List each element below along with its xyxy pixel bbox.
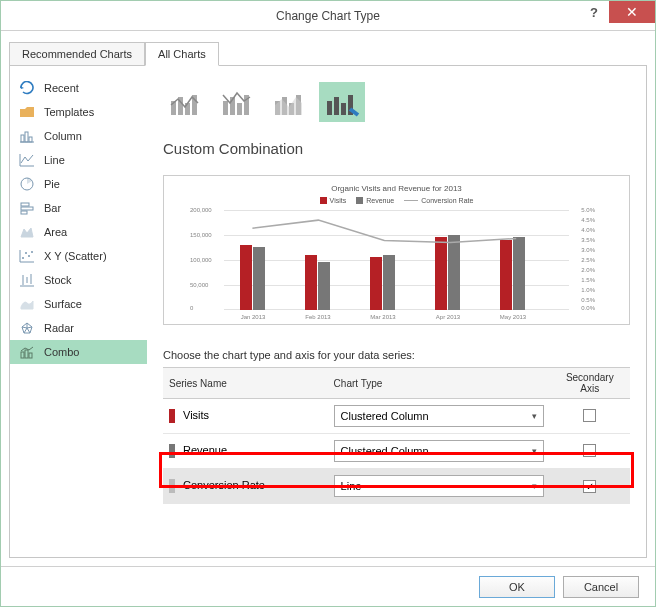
tab-all[interactable]: All Charts (145, 42, 219, 66)
col-secondary-axis: Secondary Axis (550, 368, 630, 399)
series-swatch (169, 479, 175, 493)
radar-icon (18, 321, 36, 335)
svg-rect-8 (21, 207, 33, 210)
secondary-axis-checkbox[interactable] (583, 444, 596, 457)
chart-type-dropdown[interactable]: Clustered Column▾ (334, 440, 544, 462)
sidebar-item-radar[interactable]: Radar (10, 316, 147, 340)
dialog-content: Recommended Charts All Charts Recent Tem… (1, 31, 655, 566)
sidebar-item-label: Recent (44, 82, 79, 94)
svg-rect-44 (334, 97, 339, 115)
sidebar-item-label: Templates (44, 106, 94, 118)
sidebar-item-label: Area (44, 226, 67, 238)
sidebar-item-combo[interactable]: Combo (10, 340, 147, 364)
svg-rect-7 (21, 203, 29, 206)
combo-thumb-1[interactable] (163, 82, 209, 122)
sidebar-item-line[interactable]: Line (10, 148, 147, 172)
sidebar-item-pie[interactable]: Pie (10, 172, 147, 196)
combo-subtype-thumbs (163, 82, 630, 122)
svg-rect-45 (341, 103, 346, 115)
sidebar-item-label: Pie (44, 178, 60, 190)
series-instruction: Choose the chart type and axis for your … (163, 349, 630, 361)
series-name: Conversion Rate (183, 479, 265, 491)
chevron-down-icon: ▾ (532, 446, 537, 456)
titlebar: Change Chart Type ? ✕ (1, 1, 655, 31)
col-series-name: Series Name (163, 368, 328, 399)
close-button[interactable]: ✕ (609, 1, 655, 23)
chart-type-dropdown[interactable]: Clustered Column▾ (334, 405, 544, 427)
svg-point-12 (25, 252, 27, 254)
svg-point-11 (22, 257, 24, 259)
svg-rect-34 (223, 101, 228, 115)
sidebar-item-stock[interactable]: Stock (10, 268, 147, 292)
sidebar-item-recent[interactable]: Recent (10, 76, 147, 100)
subtype-title: Custom Combination (163, 140, 630, 157)
svg-rect-27 (21, 352, 24, 358)
svg-line-25 (24, 328, 27, 333)
sidebar-item-templates[interactable]: Templates (10, 100, 147, 124)
combo-icon (18, 345, 36, 359)
combo-thumb-custom[interactable] (319, 82, 365, 122)
svg-rect-9 (21, 211, 27, 214)
svg-rect-28 (25, 350, 28, 358)
chart-preview: Organic Visits and Revenue for 2013 Visi… (163, 175, 630, 325)
templates-icon (18, 105, 36, 119)
secondary-axis-checkbox[interactable]: ✓ (583, 480, 596, 493)
series-row-revenue: Revenue Clustered Column▾ (163, 434, 630, 469)
series-swatch (169, 444, 175, 458)
svg-rect-1 (25, 132, 28, 142)
sidebar-item-label: Surface (44, 298, 82, 310)
series-name: Visits (183, 409, 209, 421)
help-button[interactable]: ? (579, 1, 609, 23)
recent-icon (18, 81, 36, 95)
svg-rect-43 (327, 101, 332, 115)
sidebar: Recent Templates Column Line Pie Bar Are… (10, 66, 147, 557)
svg-line-24 (27, 328, 30, 333)
chart-body: 200,000 150,000 100,000 50,000 0 5.0% 4.… (196, 210, 597, 310)
panel: Recent Templates Column Line Pie Bar Are… (9, 65, 647, 558)
chart-title: Organic Visits and Revenue for 2013 (176, 184, 617, 193)
sidebar-item-label: X Y (Scatter) (44, 250, 107, 262)
chart-type-dropdown[interactable]: Line▾ (334, 475, 544, 497)
combo-thumb-2[interactable] (215, 82, 261, 122)
svg-rect-0 (21, 135, 24, 142)
sidebar-item-column[interactable]: Column (10, 124, 147, 148)
col-chart-type: Chart Type (328, 368, 550, 399)
series-row-conversion: Conversion Rate Line▾ ✓ (163, 469, 630, 504)
surface-icon (18, 297, 36, 311)
cancel-button[interactable]: Cancel (563, 576, 639, 598)
ok-button[interactable]: OK (479, 576, 555, 598)
chart-legend: Visits Revenue Conversion Rate (176, 197, 617, 204)
area-icon (18, 225, 36, 239)
footer: OK Cancel (1, 566, 655, 606)
sidebar-item-label: Column (44, 130, 82, 142)
main-area: Custom Combination Organic Visits and Re… (147, 66, 646, 557)
sidebar-item-area[interactable]: Area (10, 220, 147, 244)
sidebar-item-label: Bar (44, 202, 61, 214)
svg-rect-36 (237, 103, 242, 115)
sidebar-item-scatter[interactable]: X Y (Scatter) (10, 244, 147, 268)
tab-recommended[interactable]: Recommended Charts (9, 42, 145, 66)
chevron-down-icon: ▾ (532, 411, 537, 421)
combo-thumb-3[interactable] (267, 82, 313, 122)
series-swatch (169, 409, 175, 423)
series-name: Revenue (183, 444, 227, 456)
window-buttons: ? ✕ (579, 1, 655, 23)
svg-marker-10 (21, 228, 33, 237)
sidebar-item-label: Line (44, 154, 65, 166)
svg-rect-29 (29, 353, 32, 358)
scatter-icon (18, 249, 36, 263)
svg-marker-42 (275, 97, 302, 115)
svg-rect-2 (29, 137, 32, 142)
sidebar-item-label: Stock (44, 274, 72, 286)
series-table: Series Name Chart Type Secondary Axis Vi… (163, 367, 630, 504)
sidebar-item-bar[interactable]: Bar (10, 196, 147, 220)
column-icon (18, 129, 36, 143)
secondary-axis-checkbox[interactable] (583, 409, 596, 422)
sidebar-item-surface[interactable]: Surface (10, 292, 147, 316)
svg-point-13 (28, 255, 30, 257)
line-icon (18, 153, 36, 167)
bar-icon (18, 201, 36, 215)
window-title: Change Chart Type (276, 9, 380, 23)
chevron-down-icon: ▾ (532, 481, 537, 491)
series-row-visits: Visits Clustered Column▾ (163, 399, 630, 434)
